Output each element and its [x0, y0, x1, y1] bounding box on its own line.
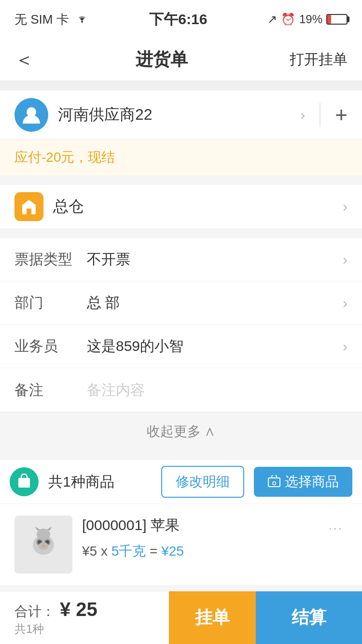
svg-point-0 — [81, 21, 83, 23]
product-header: 共1种商品 修改明细 选择商品 — [0, 460, 362, 504]
notice-bar: 应付-20元，现结 — [0, 139, 362, 175]
product-more-button[interactable]: ··· — [324, 516, 348, 541]
subtotal: ¥25 — [161, 544, 184, 559]
staff-arrow-icon: › — [343, 338, 348, 355]
total-label: 合计： — [14, 602, 55, 621]
supplier-avatar — [14, 98, 48, 132]
product-count-label: 共1种商品 — [48, 472, 152, 492]
collapse-button[interactable]: 收起更多 ∧ — [0, 412, 362, 450]
product-code: [0000001] — [82, 517, 146, 533]
multiply-sign: x — [101, 544, 108, 559]
bottom-bar: 合计： ¥ 25 共1种 挂单 结算 — [0, 591, 362, 644]
battery-icon — [326, 14, 348, 25]
carrier-label: 无 SIM 卡 — [14, 11, 69, 28]
staff-row[interactable]: 业务员 这是859的小智 › — [0, 325, 362, 368]
warehouse-icon — [14, 192, 43, 221]
total-section: 合计： ¥ 25 共1种 — [0, 591, 169, 644]
supplier-name: 河南供应商22 — [58, 104, 300, 126]
notice-text: 应付-20元，现结 — [14, 150, 115, 165]
wifi-icon — [75, 12, 89, 27]
svg-point-13 — [37, 529, 50, 540]
dept-label: 部门 — [14, 293, 82, 313]
svg-marker-3 — [21, 200, 37, 206]
page-title: 进货单 — [136, 48, 188, 71]
dept-row[interactable]: 部门 总 部 › — [0, 281, 362, 325]
total-count: 共1种 — [14, 622, 44, 635]
remark-row[interactable]: 备注 备注内容 — [0, 368, 362, 412]
invoice-type-row[interactable]: 票据类型 不开票 › — [0, 238, 362, 281]
quantity: 5千克 — [111, 544, 146, 559]
total-amount: ¥ 25 — [60, 599, 97, 620]
remark-label: 备注 — [14, 380, 82, 400]
supplier-row[interactable]: 河南供应商22 › + — [0, 91, 362, 139]
svg-rect-5 — [18, 478, 30, 488]
select-product-label: 选择商品 — [285, 473, 339, 491]
product-name: [0000001] 苹果 — [82, 516, 314, 535]
product-thumbnail — [14, 516, 72, 574]
product-title: 苹果 — [151, 517, 180, 533]
remark-input[interactable]: 备注内容 — [82, 380, 348, 400]
nav-bar: ＜ 进货单 打开挂单 — [0, 39, 362, 81]
back-button[interactable]: ＜ — [14, 46, 34, 73]
staff-value: 这是859的小智 — [82, 336, 343, 356]
top-divider — [0, 81, 362, 91]
warehouse-arrow-icon: › — [343, 198, 348, 215]
select-product-button[interactable]: 选择商品 — [254, 467, 352, 497]
product-thumb-owl-icon — [27, 525, 60, 564]
invoice-arrow-icon: › — [343, 252, 348, 268]
form-section: 票据类型 不开票 › 部门 总 部 › 业务员 这是859的小智 › 备注 备注… — [0, 238, 362, 412]
unit-price: ¥5 — [82, 544, 97, 559]
dept-value: 总 部 — [82, 293, 343, 313]
svg-rect-4 — [27, 209, 31, 214]
invoice-type-value: 不开票 — [82, 250, 343, 269]
status-right: ↗ ⏰ 19% — [267, 13, 348, 26]
supplier-section: 河南供应商22 › + 应付-20元，现结 — [0, 91, 362, 175]
battery-percent: 19% — [299, 13, 322, 26]
suspend-button[interactable]: 挂单 — [169, 591, 256, 644]
product-info: [0000001] 苹果 ¥5 x 5千克 = ¥25 — [82, 516, 314, 560]
warehouse-row[interactable]: 总仓 › — [0, 185, 362, 228]
invoice-type-label: 票据类型 — [14, 250, 82, 269]
product-price: ¥5 x 5千克 = ¥25 — [82, 542, 314, 560]
collapse-label: 收起更多 ∧ — [147, 422, 216, 441]
status-bar: 无 SIM 卡 下午6:16 ↗ ⏰ 19% — [0, 0, 362, 39]
product-item: [0000001] 苹果 ¥5 x 5千克 = ¥25 ··· — [0, 504, 362, 585]
checkout-button[interactable]: 结算 — [256, 591, 362, 644]
supplier-arrow-icon: › — [300, 107, 305, 123]
edit-detail-button[interactable]: 修改明细 — [161, 466, 244, 498]
alarm-icon: ⏰ — [281, 13, 295, 26]
status-left: 无 SIM 卡 — [14, 11, 89, 28]
staff-label: 业务员 — [14, 336, 82, 356]
warehouse-name: 总仓 — [53, 196, 343, 217]
supplier-divider — [320, 103, 320, 127]
dept-arrow-icon: › — [343, 295, 348, 311]
open-pending-button[interactable]: 打开挂单 — [290, 50, 348, 70]
location-icon: ↗ — [267, 13, 277, 26]
equals-sign: = — [150, 544, 157, 559]
add-supplier-button[interactable]: + — [335, 103, 348, 127]
status-time: 下午6:16 — [149, 10, 207, 29]
product-count-icon — [10, 467, 39, 496]
